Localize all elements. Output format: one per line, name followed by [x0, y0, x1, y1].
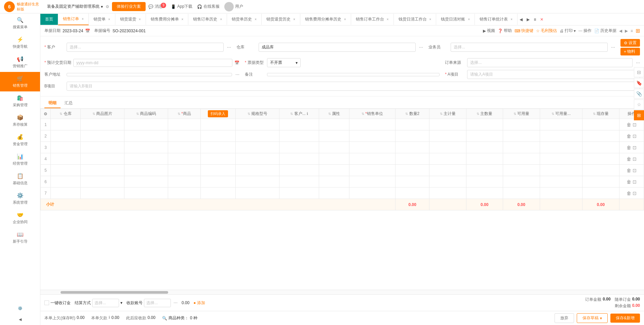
- row-copy-icon[interactable]: ⊡: [633, 122, 637, 127]
- tab-sales-return[interactable]: 销货退货 ×: [115, 14, 146, 25]
- tab-prev-arrow[interactable]: ◀: [518, 14, 525, 25]
- row-delete-icon[interactable]: 🗑: [627, 168, 631, 173]
- nav-prev-icon[interactable]: ◀: [619, 29, 622, 33]
- bank-account-select[interactable]: 选择...: [144, 299, 171, 307]
- row-delete-icon[interactable]: 🗑: [627, 133, 631, 139]
- row-1-spec[interactable]: [235, 119, 279, 130]
- row-delete-icon[interactable]: 🗑: [627, 145, 631, 150]
- row-delete-icon[interactable]: 🗑: [627, 191, 631, 196]
- float-btn-5[interactable]: ⊞: [634, 110, 644, 120]
- row-copy-icon[interactable]: ⊡: [633, 156, 637, 162]
- row-1-scan[interactable]: [201, 119, 236, 130]
- tab-close-icon12[interactable]: ×: [510, 17, 513, 21]
- row-copy-icon[interactable]: ⊡: [633, 179, 637, 185]
- float-btn-1[interactable]: ⊟: [634, 67, 644, 77]
- row-1-qty2[interactable]: [395, 119, 429, 130]
- delivery-input[interactable]: yyyy-mm-dd: [73, 59, 232, 67]
- sidebar-collapse-icon[interactable]: ◀: [0, 314, 40, 325]
- float-btn-2[interactable]: 🔖: [634, 78, 644, 88]
- customer-expand-icon[interactable]: ⋯: [227, 45, 231, 50]
- tab-next-arrow[interactable]: ▶: [525, 14, 532, 25]
- tab-sales-invoice[interactable]: 销货单 ×: [89, 14, 115, 25]
- scan-button[interactable]: 扫码录入: [208, 110, 228, 117]
- view-btn[interactable]: ▶ 视频: [483, 28, 495, 34]
- b-project-input[interactable]: 请输入B项目: [67, 82, 640, 91]
- tab-close-icon4[interactable]: ×: [182, 17, 184, 21]
- sidebar-item-purchase[interactable]: 🛍️ 采购管理: [0, 91, 40, 111]
- save-draft-button[interactable]: 保存草稿 ▾: [577, 313, 608, 323]
- tab-close-all-icon[interactable]: ✕: [538, 14, 545, 25]
- tab-close-icon2[interactable]: ×: [108, 17, 110, 21]
- sidebar-item-cooperation[interactable]: 🤝 企业协同: [0, 208, 40, 228]
- tab-order-workbench[interactable]: 销售订单工作台 ×: [351, 14, 394, 25]
- sidebar-item-basic-info[interactable]: 📋 基础信息: [0, 169, 40, 189]
- more-btn[interactable]: ⋯ 操作: [578, 28, 592, 34]
- tab-close-icon10[interactable]: ×: [429, 17, 431, 21]
- sidebar-item-quicknav[interactable]: ⚡ 快捷导航: [0, 33, 40, 52]
- row-1-code[interactable]: [124, 119, 168, 130]
- sidebar-item-guide[interactable]: 📖 新手引导: [0, 228, 40, 247]
- warehouse-input[interactable]: 成品库: [259, 43, 416, 52]
- tab-close-icon[interactable]: ×: [82, 17, 84, 21]
- profit-btn[interactable]: ☆ 毛利预估: [536, 28, 557, 34]
- sidebar-item-marketing[interactable]: 📢 营销推广: [0, 52, 40, 72]
- tab-return-history[interactable]: 销货退货历史 ×: [262, 14, 300, 25]
- row-delete-icon[interactable]: 🗑: [627, 122, 631, 127]
- tab-sales-report[interactable]: 销售订单统计表 ×: [475, 14, 518, 25]
- tab-close-icon6[interactable]: ×: [255, 17, 257, 21]
- row-copy-icon[interactable]: ⊡: [633, 145, 637, 150]
- horizontal-scrollbar[interactable]: [40, 290, 644, 294]
- col-scan[interactable]: 扫码录入: [201, 109, 236, 119]
- list-view-icon[interactable]: ≡: [631, 29, 633, 33]
- sidebar-settings-icon[interactable]: ⚙️: [0, 303, 40, 314]
- discard-button[interactable]: 放弃: [555, 313, 574, 323]
- tab-home[interactable]: 首页: [40, 14, 58, 25]
- tab-expense-history[interactable]: 销售费用分摊单历史 ×: [300, 14, 351, 25]
- app-download-item[interactable]: 📱 App下载: [171, 4, 192, 9]
- sidebar-item-search[interactable]: 🔍 搜索菜单: [0, 13, 40, 33]
- row-1-current[interactable]: [582, 119, 619, 130]
- warehouse-expand-icon[interactable]: ⋯: [419, 45, 423, 50]
- sidebar-item-sales[interactable]: 🛒 销售管理: [0, 72, 40, 91]
- a-project-input[interactable]: 请输入A项目: [467, 70, 640, 79]
- customer-input[interactable]: 选择...: [67, 43, 224, 52]
- nav-next-icon[interactable]: ▶: [625, 29, 628, 33]
- online-service-item[interactable]: 🎧 在线客服: [197, 4, 220, 9]
- save-new-button[interactable]: 保存&新增: [610, 314, 640, 323]
- print-btn[interactable]: 🖨 打印 ▾: [560, 28, 576, 34]
- order-source-input[interactable]: 选择...: [467, 58, 633, 67]
- row-copy-icon[interactable]: ⊡: [633, 133, 637, 139]
- float-btn-4[interactable]: ☆: [634, 99, 644, 110]
- order-source-expand-icon[interactable]: ⋯: [636, 60, 640, 65]
- calendar-icon[interactable]: 📅: [85, 29, 90, 33]
- history-btn[interactable]: 📄 历史单据: [594, 28, 616, 34]
- float-btn-3[interactable]: 📎: [634, 89, 644, 99]
- tab-sales-expense[interactable]: 销售费用分摊单 ×: [146, 14, 189, 25]
- invoice-select[interactable]: 不开票 ▾: [267, 58, 301, 67]
- tab-close-icon8[interactable]: ×: [344, 17, 346, 21]
- row-1-customer-code[interactable]: [279, 119, 319, 130]
- tab-close-icon3[interactable]: ×: [139, 17, 141, 21]
- row-1-unit[interactable]: [349, 119, 395, 130]
- tab-more-icon[interactable]: ≡: [532, 14, 538, 25]
- tab-close-icon7[interactable]: ×: [293, 17, 295, 21]
- tab-order-history[interactable]: 销售订单历史 ×: [188, 14, 227, 25]
- tab-sales-order[interactable]: 销售订单 ×: [58, 13, 89, 25]
- tab-summary[interactable]: 汇总: [61, 98, 77, 108]
- settle-method-select[interactable]: 选择...: [92, 299, 119, 307]
- user-item[interactable]: 用户: [224, 2, 243, 11]
- add-btn[interactable]: ● 添加: [193, 300, 205, 306]
- sidebar-item-inventory[interactable]: 📦 库存核算: [0, 111, 40, 130]
- row-copy-icon[interactable]: ⊡: [633, 191, 637, 196]
- sidebar-item-operations[interactable]: 📊 经营管理: [0, 150, 40, 169]
- tab-daily-workbench[interactable]: 钱货日清工作台 ×: [394, 14, 437, 25]
- settings-button[interactable]: ⚙ 设置: [620, 39, 640, 47]
- date-value[interactable]: 2023-03-24: [63, 29, 83, 33]
- row-1-attr[interactable]: [319, 119, 349, 130]
- delivery-calendar-icon[interactable]: 📅: [234, 60, 239, 65]
- row-1-warehouse[interactable]: [51, 119, 81, 130]
- add-material-button[interactable]: + 物料: [620, 48, 640, 55]
- row-1-main-unit[interactable]: [429, 119, 466, 130]
- row-1-available[interactable]: [503, 119, 540, 130]
- shortcut-btn[interactable]: ⌨ 快捷键: [515, 28, 533, 34]
